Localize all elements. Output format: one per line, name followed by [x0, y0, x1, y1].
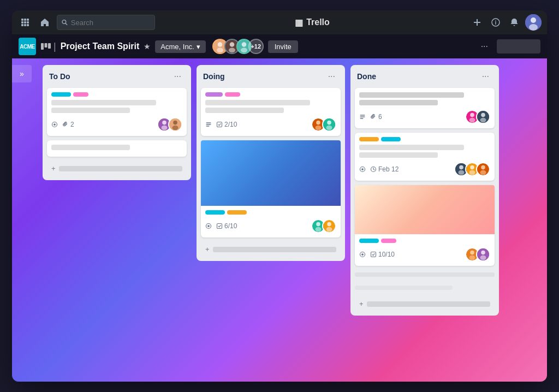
svg-rect-8	[27, 24, 29, 26]
svg-rect-41	[217, 122, 222, 127]
badge-checklist2: 6/10	[216, 222, 237, 230]
card-avatars-done2	[454, 162, 490, 176]
home-icon[interactable]	[37, 15, 52, 30]
user-avatar[interactable]	[525, 14, 542, 31]
card-labels-doing	[205, 92, 336, 97]
list-header-done: Done ···	[355, 69, 495, 84]
info-button[interactable]: i	[488, 15, 503, 30]
card-badges-doing1: 2/10	[205, 121, 237, 128]
badge-checklist: 2/10	[216, 121, 237, 128]
svg-point-33	[162, 121, 166, 125]
svg-point-47	[326, 126, 332, 130]
add-button[interactable]	[469, 15, 485, 30]
add-card-doing[interactable]: +	[201, 242, 341, 257]
card-badges-done2: Feb 12	[359, 165, 399, 173]
sidebar-toggle-button[interactable]: »	[12, 65, 32, 82]
board-views-icon[interactable]	[40, 41, 51, 52]
add-card-done[interactable]: +	[355, 296, 495, 311]
done-separator-2	[355, 286, 453, 290]
label-cyan	[51, 92, 71, 97]
star-button[interactable]: ★	[144, 42, 151, 51]
label-cyan-d3	[359, 239, 379, 243]
label-yellow-d2	[359, 137, 379, 141]
card-footer: 2	[51, 117, 182, 132]
card-footer-done3: 10/10	[359, 247, 490, 262]
app-title: Trello	[306, 17, 330, 27]
svg-point-76	[481, 165, 485, 170]
board-title: Project Team Spirit	[61, 41, 140, 51]
card-badges-done1: 6	[359, 113, 382, 121]
svg-rect-6	[21, 24, 23, 26]
label-pink2	[225, 92, 240, 97]
list-title-done: Done	[357, 72, 376, 81]
members-count[interactable]: +12	[248, 39, 264, 54]
svg-point-77	[480, 170, 486, 175]
badge-checklist-done3: 10/10	[370, 251, 395, 258]
invite-button[interactable]: Invite	[268, 40, 298, 53]
badge-watch	[51, 121, 58, 128]
search-input[interactable]	[71, 19, 150, 27]
svg-rect-57	[360, 115, 365, 116]
svg-point-28	[241, 42, 246, 47]
card-labels	[51, 92, 182, 97]
list-more-doing[interactable]: ···	[325, 70, 338, 82]
add-card-placeholder-done	[367, 301, 490, 307]
card-todo-2[interactable]	[47, 140, 187, 157]
list-header-doing: Doing ···	[201, 69, 341, 84]
card-avatar-d2	[322, 117, 336, 132]
svg-rect-80	[371, 252, 376, 257]
list-doing: Doing ···	[197, 65, 345, 261]
card-cover-blue	[201, 140, 341, 206]
workspace-button[interactable]: Acme, Inc. ▾	[155, 40, 205, 53]
nav-actions: i	[469, 14, 542, 31]
card-text-2	[51, 108, 130, 113]
badge-watch-done2	[359, 166, 366, 173]
list-todo: To Do ···	[43, 65, 191, 180]
svg-point-34	[162, 126, 168, 130]
card-done-3[interactable]: 10/10	[355, 185, 495, 266]
grid-icon[interactable]	[17, 15, 33, 30]
svg-point-46	[327, 121, 331, 125]
card-doing-2[interactable]: 6/10	[201, 140, 341, 237]
card-avatar-done1-2	[476, 110, 490, 124]
search-bar[interactable]	[57, 15, 155, 30]
add-card-placeholder-doing	[213, 247, 336, 252]
svg-point-31	[53, 123, 56, 126]
svg-point-64	[481, 113, 485, 117]
svg-point-23	[217, 48, 223, 53]
add-card-todo[interactable]: +	[47, 161, 187, 176]
svg-rect-1	[24, 19, 26, 21]
svg-point-86	[480, 256, 486, 260]
card-done-1[interactable]: 6	[355, 88, 495, 128]
columns-wrapper: To Do ···	[43, 65, 499, 316]
svg-rect-50	[217, 224, 222, 229]
notification-bell-icon[interactable]	[507, 15, 522, 30]
svg-point-53	[316, 227, 322, 231]
card-doing-1[interactable]: 2/10	[201, 88, 341, 136]
label-purple	[205, 92, 223, 97]
card-todo-1[interactable]: 2	[47, 88, 187, 136]
svg-rect-2	[27, 19, 29, 21]
card-text-d2	[205, 108, 284, 113]
card-done-2[interactable]: Feb 12	[355, 133, 495, 181]
badge-watch2	[205, 223, 212, 229]
card-text-1	[51, 100, 156, 105]
plus-icon-done: +	[359, 300, 364, 308]
svg-rect-3	[21, 21, 23, 23]
card-avatar-d4	[322, 219, 336, 233]
label-pink-d3	[381, 239, 396, 243]
workspace-logo[interactable]: ACME	[19, 38, 36, 55]
card-avatars-doing2	[311, 219, 336, 233]
view-toggle[interactable]	[497, 39, 540, 54]
svg-point-85	[481, 251, 485, 255]
list-more-done[interactable]: ···	[479, 70, 492, 82]
board-nav-views: |	[40, 41, 56, 52]
svg-point-62	[469, 118, 475, 122]
badge-list	[205, 121, 212, 128]
list-more-todo[interactable]: ···	[171, 70, 185, 82]
svg-text:i: i	[495, 20, 497, 26]
more-options-button[interactable]: ···	[477, 39, 492, 54]
svg-point-44	[316, 126, 322, 130]
svg-rect-5	[27, 21, 29, 23]
svg-point-17	[529, 24, 538, 31]
